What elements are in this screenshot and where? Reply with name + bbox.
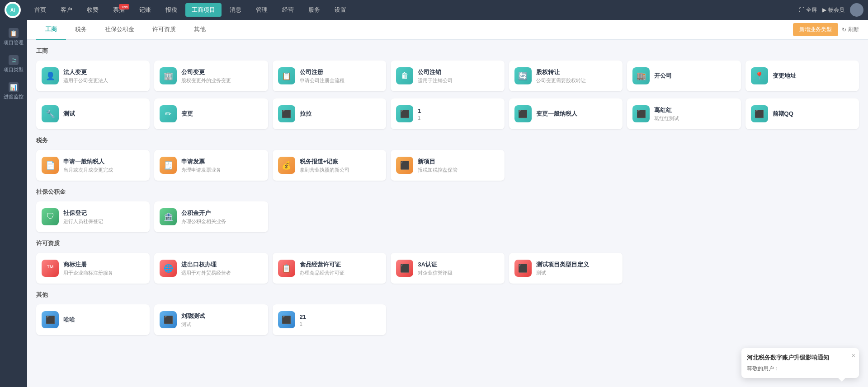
card-公司变更[interactable]: 🏢 公司变更 股权变更外的业务变更 bbox=[154, 61, 268, 91]
card-开公司[interactable]: 🏬 开公司 bbox=[627, 61, 741, 91]
card-desc: 进行人员社保登记 bbox=[63, 218, 144, 225]
card-公积金开户[interactable]: 🏦 公积金开户 办理公积金相关业务 bbox=[154, 201, 268, 232]
card-icon: 📋 bbox=[278, 260, 295, 277]
card-name: 食品经营许可证 bbox=[300, 261, 381, 269]
nav-item-首页[interactable]: 首页 bbox=[28, 3, 52, 17]
card-税务报道+记账[interactable]: 💰 税务报道+记账 拿到营业执照的新公司 bbox=[273, 150, 386, 181]
tab-税务[interactable]: 税务 bbox=[66, 20, 96, 40]
nav-item-记账[interactable]: 记账 bbox=[133, 3, 157, 17]
card-name: 申请发票 bbox=[181, 158, 262, 166]
card-商标注册[interactable]: ™ 商标注册 用于企业商标注册服务 bbox=[36, 253, 150, 284]
sidebar-label: 项目类型 bbox=[4, 66, 24, 73]
card-text: 公司注册 申请公司注册全流程 bbox=[300, 68, 381, 84]
nav-item-票据[interactable]: 票据new bbox=[107, 3, 131, 17]
card-股权转让[interactable]: 🔄 股权转让 公司变更需要股权转让 bbox=[509, 61, 623, 91]
card-哈哈[interactable]: ⬛ 哈哈 bbox=[36, 304, 150, 335]
card-新项目[interactable]: ⬛ 新项目 报税加税控盘保管 bbox=[391, 150, 504, 181]
card-变更一般纳税人[interactable]: ⬛ 变更一般纳税人 bbox=[509, 98, 623, 129]
member-icon: ▶ bbox=[822, 7, 826, 13]
card-前期QQ[interactable]: ⬛ 前期QQ bbox=[745, 98, 859, 129]
sidebar-item-进度监控[interactable]: 📊 进度监控 bbox=[1, 79, 26, 104]
card-text: 食品经营许可证 办理食品经营许可证 bbox=[300, 261, 381, 276]
tab-工商[interactable]: 工商 bbox=[36, 20, 66, 40]
card-刘聪测试[interactable]: ⬛ 刘聪测试 测试 bbox=[154, 304, 268, 335]
fullscreen-icon: ⛶ bbox=[799, 7, 804, 13]
refresh-label: 刷新 bbox=[848, 26, 859, 33]
card-icon: 🏦 bbox=[160, 208, 177, 225]
card-desc: 1 bbox=[418, 115, 499, 121]
card-desc: 对企业信誉评级 bbox=[418, 270, 499, 276]
card-申请一般纳税人[interactable]: 📄 申请一般纳税人 当月或次月成变更完成 bbox=[36, 150, 150, 181]
tab-社保公积金[interactable]: 社保公积金 bbox=[96, 20, 143, 40]
sidebar-item-项目管理[interactable]: 📋 项目管理 bbox=[1, 24, 26, 50]
card-name: 新项目 bbox=[418, 158, 499, 166]
card-name: 拉拉 bbox=[300, 110, 381, 118]
card-公司注销[interactable]: 🗑 公司注销 适用于注销公司 bbox=[391, 61, 504, 91]
avatar[interactable] bbox=[850, 3, 863, 17]
card-desc: 适用于注销公司 bbox=[418, 77, 499, 84]
card-text: 新项目 报税加税控盘保管 bbox=[418, 158, 499, 173]
card-进出口权办理[interactable]: 🌐 进出口权办理 适用于对外贸易经营者 bbox=[154, 253, 268, 284]
card-desc: 股权变更外的业务变更 bbox=[181, 77, 262, 84]
card-拉拉[interactable]: ⬛ 拉拉 bbox=[273, 98, 386, 129]
tab-其他[interactable]: 其他 bbox=[185, 20, 215, 40]
member-button[interactable]: ▶ 畅会员 bbox=[822, 6, 844, 14]
card-icon: ⬛ bbox=[278, 105, 295, 122]
nav-item-设置[interactable]: 设置 bbox=[328, 3, 353, 17]
card-desc: 测试 bbox=[536, 270, 617, 276]
card-name: 变更地址 bbox=[773, 72, 854, 80]
card-desc: 报税加税控盘保管 bbox=[418, 167, 499, 173]
card-葛红红[interactable]: ⬛ 葛红红 葛红红测试 bbox=[627, 98, 741, 129]
card-text: 前期QQ bbox=[773, 110, 854, 118]
notification-close-button[interactable]: × bbox=[852, 352, 855, 359]
sidebar-label: 进度监控 bbox=[4, 93, 24, 100]
card-1[interactable]: ⬛ 1 1 bbox=[391, 98, 504, 129]
card-icon: ⬛ bbox=[514, 260, 532, 277]
card-公司注册[interactable]: 📋 公司注册 申请公司注册全流程 bbox=[273, 61, 386, 91]
card-name: 刘聪测试 bbox=[181, 312, 262, 320]
card-变更地址[interactable]: 📍 变更地址 bbox=[745, 61, 859, 91]
card-icon: 🔧 bbox=[42, 105, 59, 122]
card-21[interactable]: ⬛ 21 1 bbox=[273, 304, 386, 335]
card-desc: 办理申请发票业务 bbox=[181, 167, 262, 173]
card-text: 开公司 bbox=[654, 72, 735, 80]
qita-cards: ⬛ 哈哈 ⬛ 刘聪测试 测试 ⬛ 21 1 bbox=[36, 304, 859, 335]
nav-item-报税[interactable]: 报税 bbox=[159, 3, 184, 17]
notification-popup: × 河北税务数字账户升级影响通知 尊敬的用户： bbox=[741, 348, 859, 378]
sidebar-item-项目类型[interactable]: 🗂 项目类型 bbox=[1, 51, 26, 77]
nav-item-收费[interactable]: 收费 bbox=[80, 3, 105, 17]
card-申请发票[interactable]: 🧾 申请发票 办理申请发票业务 bbox=[154, 150, 268, 181]
fullscreen-button[interactable]: ⛶ 全屏 bbox=[799, 6, 817, 14]
nav-item-经营[interactable]: 经营 bbox=[276, 3, 300, 17]
sidebar-label: 项目管理 bbox=[4, 39, 24, 46]
tab-actions: 新增业务类型 ↻ 刷新 bbox=[793, 23, 859, 36]
card-测试[interactable]: 🔧 测试 bbox=[36, 98, 150, 129]
card-icon: 🌐 bbox=[160, 260, 177, 277]
card-name: 前期QQ bbox=[773, 110, 854, 118]
nav-badge-new: new bbox=[119, 4, 129, 9]
refresh-button[interactable]: ↻ 刷新 bbox=[842, 26, 859, 33]
card-3A认证[interactable]: ⬛ 3A认证 对企业信誉评级 bbox=[391, 253, 504, 284]
card-text: 法人变更 适用于公司变更法人 bbox=[63, 68, 144, 84]
tab-许可资质[interactable]: 许可资质 bbox=[143, 20, 185, 40]
card-食品经营许可证[interactable]: 📋 食品经营许可证 办理食品经营许可证 bbox=[273, 253, 386, 284]
nav-item-消息[interactable]: 消息 bbox=[223, 3, 248, 17]
nav-item-管理[interactable]: 管理 bbox=[250, 3, 274, 17]
shuiwu-cards: 📄 申请一般纳税人 当月或次月成变更完成 🧾 申请发票 办理申请发票业务 💰 税… bbox=[36, 150, 859, 181]
new-type-button[interactable]: 新增业务类型 bbox=[793, 23, 838, 36]
nav-item-客户[interactable]: 客户 bbox=[54, 3, 79, 17]
nav-item-服务[interactable]: 服务 bbox=[302, 3, 326, 17]
card-变更[interactable]: ✏ 变更 bbox=[154, 98, 268, 129]
logo[interactable]: Ai bbox=[5, 2, 21, 18]
card-icon: ⬛ bbox=[632, 105, 650, 122]
card-法人变更[interactable]: 👤 法人变更 适用于公司变更法人 bbox=[36, 61, 150, 91]
scroll-content: 工商 👤 法人变更 适用于公司变更法人 🏢 公司变更 股权变更外的业务变更 📋 … bbox=[27, 40, 868, 387]
nav-item-工商项目[interactable]: 工商项目 bbox=[185, 3, 222, 17]
content-area: 工商税务社保公积金许可资质其他 新增业务类型 ↻ 刷新 工商 👤 法人变更 适用… bbox=[27, 20, 868, 387]
card-社保登记[interactable]: 🛡 社保登记 进行人员社保登记 bbox=[36, 201, 150, 232]
sidebar-icon: 📋 bbox=[9, 28, 19, 38]
card-icon: 🏬 bbox=[632, 67, 650, 84]
card-name: 进出口权办理 bbox=[181, 261, 262, 269]
card-测试项目类型目定义[interactable]: ⬛ 测试项目类型目定义 测试 bbox=[509, 253, 623, 284]
card-desc: 申请公司注册全流程 bbox=[300, 77, 381, 84]
